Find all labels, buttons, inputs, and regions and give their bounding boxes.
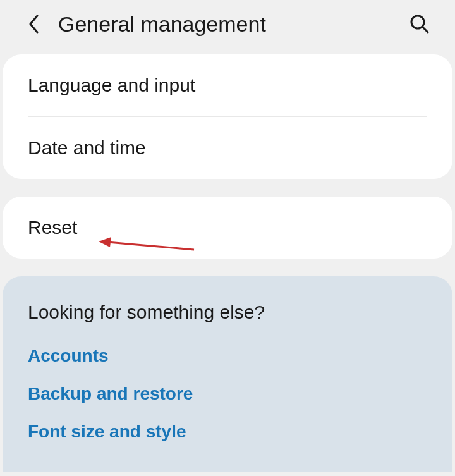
back-icon[interactable] [23, 13, 46, 35]
svg-line-1 [423, 27, 428, 32]
suggestion-link-accounts[interactable]: Accounts [28, 346, 427, 366]
header: General management [0, 0, 455, 54]
settings-card-1: Language and input Date and time [3, 54, 452, 179]
suggestions-card: Looking for something else? Accounts Bac… [3, 276, 452, 472]
search-icon[interactable] [407, 11, 432, 37]
list-item-reset[interactable]: Reset [3, 197, 452, 259]
page-title: General management [58, 12, 407, 37]
suggestions-title: Looking for something else? [28, 302, 427, 323]
list-item-language-input[interactable]: Language and input [3, 54, 452, 116]
settings-card-2: Reset [3, 197, 452, 259]
suggestion-link-backup[interactable]: Backup and restore [28, 384, 427, 404]
suggestion-link-font[interactable]: Font size and style [28, 422, 427, 442]
list-item-date-time[interactable]: Date and time [3, 117, 452, 179]
